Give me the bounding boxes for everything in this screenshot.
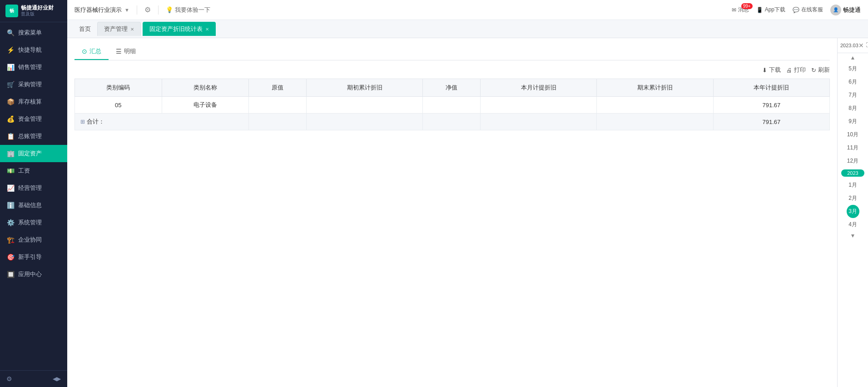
basic-info-icon: ℹ️ [6, 202, 15, 209]
guide-icon: 🎯 [6, 253, 15, 261]
sidebar-settings-icon[interactable]: ⚙ [6, 375, 12, 382]
topbar: 医疗器械行业演示 ▼ ⚙ 💡 我要体验一下 ✉ 消息 99+ 📱 App下载 💬… [67, 0, 868, 20]
download-icon: ⬇ [762, 67, 767, 74]
avatar: 👤 [830, 5, 841, 15]
sidebar-item-funds[interactable]: 💰 资金管理 [0, 110, 67, 128]
app-download-label: App下载 [765, 6, 785, 14]
message-badge: 99+ [741, 3, 753, 9]
month-6[interactable]: 6月 [838, 75, 868, 89]
funds-icon: 💰 [6, 115, 15, 123]
sidebar-footer: ⚙ ◀▶ [0, 370, 67, 387]
sidebar: 畅 畅捷通好业财 普及版 🔍 搜索菜单 ⚡ 快捷导航 📊 销售管理 🛒 采购管理… [0, 0, 67, 387]
month-1[interactable]: 1月 [838, 179, 868, 192]
sidebar-item-operations[interactable]: 📈 经营管理 [0, 179, 67, 197]
month-3-active[interactable]: 3月 [847, 205, 859, 218]
experience-button[interactable]: 💡 我要体验一下 [166, 6, 210, 14]
fixed-assets-icon: 🏢 [6, 150, 15, 157]
app-version: 普及版 [21, 11, 54, 17]
month-10[interactable]: 10月 [838, 128, 868, 141]
sidebar-item-label: 应用中心 [18, 270, 42, 278]
total-icon: ⊞ [80, 119, 85, 125]
month-4[interactable]: 4月 [838, 218, 868, 231]
sidebar-item-label: 企业协同 [18, 236, 42, 244]
company-selector[interactable]: 医疗器械行业演示 ▼ [74, 6, 129, 14]
download-label: 下载 [769, 66, 781, 74]
tab-depreciation-label: 固定资产折旧统计表 [149, 25, 203, 33]
sidebar-item-apps[interactable]: 🔲 应用中心 [0, 266, 67, 283]
date-panel-header: 2023.03 ✕ ⛶ [838, 38, 868, 53]
subtab-summary-label: 汇总 [89, 47, 101, 55]
cell-name: 电子设备 [162, 97, 249, 114]
subtab-detail[interactable]: ☰ 明细 [109, 44, 143, 60]
customer-service-button[interactable]: 💬 在线客服 [793, 6, 823, 14]
sidebar-item-label: 销售管理 [18, 63, 42, 71]
sidebar-item-label: 搜索菜单 [18, 29, 42, 37]
sidebar-item-inventory[interactable]: 📦 库存核算 [0, 93, 67, 110]
sidebar-item-guide[interactable]: 🎯 新手引导 [0, 248, 67, 266]
right-date-panel: 2023.03 ✕ ⛶ ▲ 5月 6月 7月 8月 9月 10月 11月 12月… [837, 38, 868, 387]
system-icon: ⚙️ [6, 219, 15, 226]
date-panel-expand[interactable]: ⛶ [866, 42, 868, 49]
month-5[interactable]: 5月 [838, 62, 868, 75]
col-annual-dep: 本年计提折旧 [713, 79, 829, 97]
app-download-button[interactable]: 📱 App下载 [756, 6, 785, 14]
sidebar-item-quick-nav[interactable]: ⚡ 快捷导航 [0, 41, 67, 59]
download-button[interactable]: ⬇ 下载 [762, 66, 781, 74]
sidebar-item-label: 总账管理 [18, 132, 42, 140]
sidebar-item-fixed-assets[interactable]: 🏢 固定资产 [0, 145, 67, 162]
sidebar-item-payroll[interactable]: 💵 工资 [0, 162, 67, 179]
col-original-value: 原值 [249, 79, 307, 97]
cell-monthly-dep [481, 97, 597, 114]
sidebar-item-sales[interactable]: 📊 销售管理 [0, 59, 67, 76]
message-button[interactable]: ✉ 消息 99+ [732, 6, 749, 14]
col-monthly-dep: 本月计提折旧 [481, 79, 597, 97]
experience-label: 我要体验一下 [175, 6, 210, 14]
sidebar-item-system[interactable]: ⚙️ 系统管理 [0, 214, 67, 231]
tab-depreciation-close-icon[interactable]: ✕ [205, 27, 209, 32]
month-12[interactable]: 12月 [838, 154, 868, 168]
avatar-icon: 👤 [833, 7, 838, 12]
month-7[interactable]: 7月 [838, 89, 868, 102]
sidebar-item-label: 库存核算 [18, 98, 42, 106]
print-button[interactable]: 🖨 打印 [786, 66, 806, 74]
sidebar-nav: 🔍 搜索菜单 ⚡ 快捷导航 📊 销售管理 🛒 采购管理 📦 库存核算 💰 资金管… [0, 22, 67, 370]
tab-depreciation[interactable]: 固定资产折旧统计表 ✕ [143, 22, 216, 36]
date-panel-close[interactable]: ✕ [858, 42, 864, 49]
col-name: 类别名称 [162, 79, 249, 97]
subtab-summary[interactable]: ⊙ 汇总 [74, 44, 109, 60]
month-8[interactable]: 8月 [838, 102, 868, 115]
total-opening-acc-dep [307, 114, 423, 130]
app-logo: 畅 [5, 5, 18, 17]
col-opening-acc-dep: 期初累计折旧 [307, 79, 423, 97]
month-9[interactable]: 9月 [838, 115, 868, 128]
table-row: 05 电子设备 791.67 [75, 97, 830, 114]
refresh-button[interactable]: ↻ 刷新 [811, 66, 830, 74]
month-11[interactable]: 11月 [838, 141, 868, 154]
refresh-label: 刷新 [818, 66, 830, 74]
sidebar-collapse-icon[interactable]: ◀▶ [53, 376, 61, 382]
tab-close-icon[interactable]: ✕ [130, 27, 134, 32]
detail-icon: ☰ [116, 48, 122, 55]
topbar-right: ✉ 消息 99+ 📱 App下载 💬 在线客服 👤 畅捷通 [732, 5, 861, 15]
tab-asset-mgmt[interactable]: 资产管理 ✕ [97, 22, 141, 36]
months-after: 1月 2月 3月 4月 [838, 179, 868, 231]
user-menu[interactable]: 👤 畅捷通 [830, 5, 861, 15]
date-scroll-down[interactable]: ▼ [838, 231, 868, 240]
topbar-divider [137, 5, 137, 15]
sidebar-item-enterprise[interactable]: 🏗️ 企业协同 [0, 231, 67, 248]
sidebar-item-label: 基础信息 [18, 201, 42, 209]
inventory-icon: 📦 [6, 98, 15, 105]
tab-home[interactable]: 首页 [74, 22, 95, 36]
total-label-text: 合计： [87, 118, 104, 126]
sidebar-item-search[interactable]: 🔍 搜索菜单 [0, 24, 67, 41]
sidebar-item-basic-info[interactable]: ℹ️ 基础信息 [0, 197, 67, 214]
total-closing-acc-dep [597, 114, 713, 130]
sales-icon: 📊 [6, 64, 15, 71]
sidebar-item-ledger[interactable]: 📋 总账管理 [0, 128, 67, 145]
month-2[interactable]: 2月 [838, 192, 868, 205]
topbar-divider2 [158, 5, 159, 15]
sidebar-item-purchase[interactable]: 🛒 采购管理 [0, 76, 67, 93]
date-scroll-up[interactable]: ▲ [838, 53, 868, 62]
col-net-value: 净值 [423, 79, 481, 97]
topbar-settings-icon[interactable]: ⚙ [144, 5, 151, 14]
